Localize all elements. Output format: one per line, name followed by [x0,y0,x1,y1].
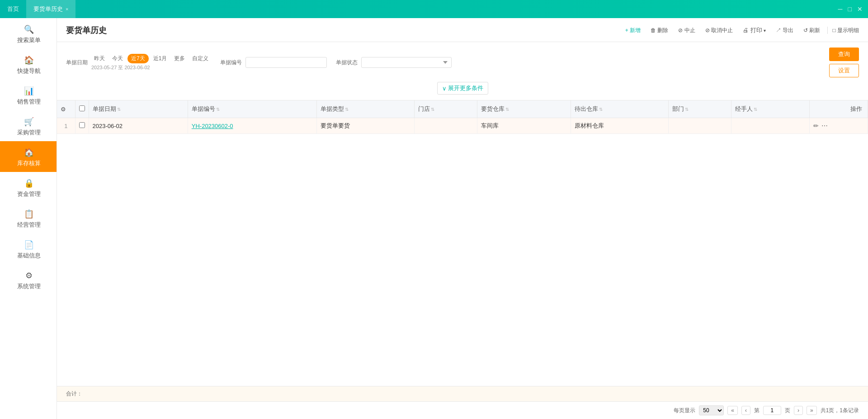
toolbar: + 新增 🗑 删除 ⊘ 中止 ⊘ 取消中止 🖨 打印 ▾ ↗ 导出 ↺ 刷新 □… [623,24,859,36]
col-date: 单据日期⇅ [89,100,188,118]
content-area: 要货单历史 + 新增 🗑 删除 ⊘ 中止 ⊘ 取消中止 🖨 打印 ▾ ↗ 导出 … [57,18,868,419]
col-operations: 操作 [810,100,868,118]
last-page-button[interactable]: » [807,406,817,415]
sort-bill-type-icon[interactable]: ⇅ [345,107,349,112]
data-table: ⚙ 单据日期⇅ 单据编号⇅ 单据类型⇅ [57,100,868,134]
date-range-text: 2023-05-27 至 2023-06-02 [91,64,211,71]
expand-down-icon: ∨ [442,85,447,92]
sidebar: 🔍 搜索菜单 🏠 快捷导航 📊 销售管理 🛒 采购管理 🏠 库存核算 🔒 资金管… [0,18,57,419]
row-checkbox[interactable] [79,122,85,128]
per-page-select[interactable]: 50 [699,405,724,415]
main-layout: 🔍 搜索菜单 🏠 快捷导航 📊 销售管理 🛒 采购管理 🏠 库存核算 🔒 资金管… [0,18,868,419]
print-dropdown-icon[interactable]: ▾ [764,28,766,33]
summary-label: 合计： [66,390,82,398]
new-button[interactable]: + 新增 [623,25,643,36]
summary-bar: 合计： [57,386,868,401]
col-checkbox [75,100,89,118]
home-icon: 🏠 [24,55,34,65]
prev-page-button[interactable]: ‹ [741,406,750,415]
tab-close-icon[interactable]: × [66,6,68,12]
table-header-row: ⚙ 单据日期⇅ 单据编号⇅ 单据类型⇅ [57,100,868,118]
finance-icon: 🔒 [24,178,34,188]
col-dept: 部门⇅ [668,100,731,118]
date-btn-more[interactable]: 更多 [171,54,188,63]
row-store [414,118,477,134]
sort-handler-icon[interactable]: ⇅ [754,107,757,112]
sort-req-warehouse-icon[interactable]: ⇅ [505,107,509,112]
sidebar-item-sales[interactable]: 📊 销售管理 [0,80,57,110]
action-buttons: 查询 设置 [829,48,859,77]
filter-row: 单据日期 昨天 今天 近7天 近1月 更多 自定义 2023-05-27 至 2… [66,48,859,77]
first-page-button[interactable]: « [727,406,738,415]
operation-icon: 📋 [24,209,34,219]
date-btn-today[interactable]: 今天 [109,54,126,63]
col-settings[interactable]: ⚙ [57,100,75,118]
tab-home[interactable]: 首页 [0,0,26,18]
sidebar-item-finance[interactable]: 🔒 资金管理 [0,172,57,203]
row-bill-type: 要货单要货 [317,118,414,134]
basic-icon: 📄 [24,240,34,250]
display-detail-button[interactable]: □ 显示明细 [832,27,859,34]
query-button[interactable]: 查询 [829,48,859,61]
col-req-warehouse: 要货仓库⇅ [477,100,571,118]
sidebar-item-search[interactable]: 🔍 搜索菜单 [0,18,57,49]
maximize-icon[interactable]: □ [848,5,852,13]
sort-out-warehouse-icon[interactable]: ⇅ [599,107,603,112]
sidebar-item-purchase[interactable]: 🛒 采购管理 [0,110,57,141]
date-btn-1month[interactable]: 近1月 [151,54,170,63]
row-num: 1 [57,118,75,134]
bill-status-select[interactable] [361,57,452,68]
sales-icon: 📊 [24,86,34,96]
close-icon[interactable]: ✕ [857,5,863,13]
row-out-warehouse: 原材料仓库 [571,118,668,134]
cancel-stop-button[interactable]: ⊘ 取消中止 [703,25,736,36]
row-req-warehouse: 车间库 [477,118,571,134]
page-title: 要货单历史 [66,25,107,36]
select-all-checkbox[interactable] [79,105,85,111]
refresh-button[interactable]: ↺ 刷新 [801,25,823,36]
settings-button[interactable]: 设置 [829,64,859,77]
settings-col-icon[interactable]: ⚙ [61,106,66,113]
date-btn-7days[interactable]: 近7天 [127,54,149,63]
table-row: 1 2023-06-02 YH-20230602-0 要货单要货 车间库 原材料… [57,118,868,134]
bill-no-link[interactable]: YH-20230602-0 [192,123,233,129]
print-button[interactable]: 🖨 打印 ▾ [740,24,769,36]
sort-date-icon[interactable]: ⇅ [117,107,121,112]
bill-no-label: 单据编号 [220,59,242,67]
page-input[interactable] [763,406,781,415]
date-btn-custom[interactable]: 自定义 [189,54,211,63]
sidebar-item-basic[interactable]: 📄 基础信息 [0,233,57,264]
bill-no-filter-group: 单据编号 [220,57,327,68]
date-btn-yesterday[interactable]: 昨天 [91,54,108,63]
col-bill-no: 单据编号⇅ [188,100,317,118]
bill-status-label: 单据状态 [336,59,358,67]
expand-row: ∨ 展开更多条件 [66,82,859,95]
sort-dept-icon[interactable]: ⇅ [685,107,689,112]
more-icon[interactable]: ⋯ [821,122,828,129]
stop-button[interactable]: ⊘ 中止 [675,25,698,36]
sort-store-icon[interactable]: ⇅ [431,107,434,112]
sidebar-item-system[interactable]: ⚙ 系统管理 [0,264,57,295]
purchase-icon: 🛒 [24,117,34,127]
toolbar-separator [827,27,828,34]
sort-bill-no-icon[interactable]: ⇅ [216,107,220,112]
per-page-label: 每页显示 [674,407,695,414]
next-page-button[interactable]: › [794,406,803,415]
bill-no-input[interactable] [245,57,327,68]
expand-more-button[interactable]: ∨ 展开更多条件 [437,82,488,95]
edit-icon[interactable]: ✏ [813,122,819,129]
col-out-warehouse: 待出仓库⇅ [571,100,668,118]
sidebar-item-inventory[interactable]: 🏠 库存核算 [0,141,57,172]
page-suffix: 页 [785,407,790,414]
tab-history[interactable]: 要货单历史 × [26,0,75,18]
sidebar-item-quicknav[interactable]: 🏠 快捷导航 [0,49,57,80]
filter-area: 单据日期 昨天 今天 近7天 近1月 更多 自定义 2023-05-27 至 2… [57,42,868,100]
row-bill-no[interactable]: YH-20230602-0 [188,118,317,134]
export-button[interactable]: ↗ 导出 [773,25,796,36]
sidebar-item-operation[interactable]: 📋 经营管理 [0,203,57,233]
total-info: 共1页，1条记录 [821,407,859,414]
minimize-icon[interactable]: ─ [838,5,843,13]
delete-button[interactable]: 🗑 删除 [648,25,671,36]
tab-list: 首页 要货单历史 × [0,0,75,18]
date-filter-group: 单据日期 昨天 今天 近7天 近1月 更多 自定义 2023-05-27 至 2… [66,54,211,71]
